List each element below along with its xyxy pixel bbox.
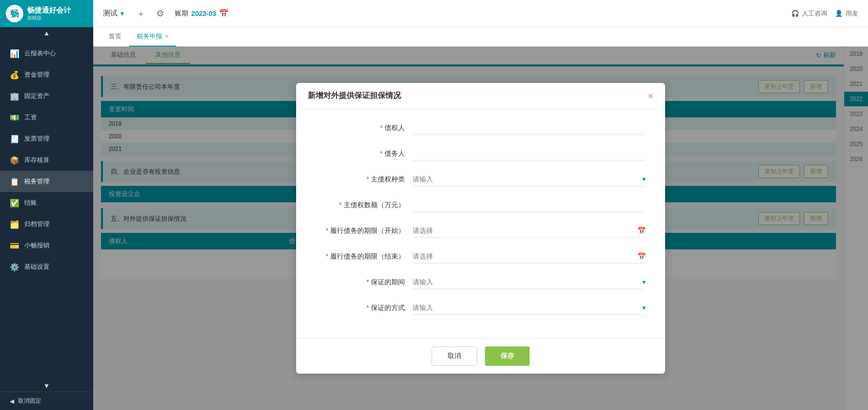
guarantee-period-label-text: 保证的期间 — [371, 278, 405, 286]
add-button[interactable]: ＋ — [134, 7, 148, 20]
period-selector: 账期 2023-03 📅 — [175, 9, 229, 18]
expense-icon: 💳 — [10, 241, 19, 250]
label-period-end: * 履行债务的期限（结束） — [316, 252, 413, 261]
creditor-label-text: 债权人 — [384, 124, 405, 131]
debt-type-input[interactable] — [413, 175, 642, 183]
headset-icon: 🎧 — [791, 10, 799, 17]
tab-shuiwu[interactable]: 税务申报 × — [129, 27, 176, 47]
sidebar: 畅 畅捷通好会计 旗舰版 ▲ 📊 云报表中心 💰 资金管理 🏢 固定资产 💵 — [0, 0, 93, 410]
required-mark: * — [380, 124, 383, 131]
sidebar-item-kucun[interactable]: 📦 库存核算 — [0, 149, 93, 171]
period-start-input[interactable] — [413, 227, 637, 234]
building-icon: 🏢 — [10, 91, 19, 101]
chevron-down-icon[interactable]: ▾ — [642, 304, 646, 312]
save-button[interactable]: 保存 — [485, 346, 530, 366]
period-end-input[interactable] — [413, 252, 637, 260]
modal-body[interactable]: * 债权人 * 债务人 — [296, 109, 665, 338]
label-guarantee-method: * 保证的方式 — [316, 304, 413, 312]
sidebar-item-label: 小畅报销 — [24, 241, 50, 250]
form-row-period-end: * 履行债务的期限（结束） 📅 — [316, 249, 646, 263]
modal-title: 新增对外提供保证担保情况 — [308, 91, 401, 101]
guarantee-method-label-text: 保证的方式 — [371, 304, 405, 312]
sidebar-item-jichushezhi[interactable]: ⚙️ 基础设置 — [0, 256, 93, 278]
sidebar-scroll-up[interactable]: ▲ — [0, 27, 93, 39]
calendar-icon[interactable]: 📅 — [219, 9, 229, 18]
period-value: 2023-03 — [191, 10, 216, 17]
wage-icon: 💵 — [10, 113, 19, 122]
tab-bar: 首页 税务申报 × — [93, 27, 868, 47]
debtor-label-text: 债务人 — [384, 149, 405, 157]
guarantee-method-select[interactable]: ▾ — [413, 301, 646, 315]
sidebar-item-gudingzichan[interactable]: 🏢 固定资产 — [0, 85, 93, 107]
form-row-creditor: * 债权人 — [316, 121, 646, 135]
sidebar-item-zijin[interactable]: 💰 资金管理 — [0, 64, 93, 85]
cancel-pin-label: 取消固定 — [18, 397, 41, 405]
sidebar-item-gongzi[interactable]: 💵 工资 — [0, 107, 93, 128]
app-subtitle: 旗舰版 — [27, 15, 71, 21]
period-end-label-text: 履行债务的期限（结束） — [330, 252, 405, 260]
main-area: 测试 ▾ ＋ ⚙ 账期 2023-03 📅 🎧 人工咨询 👤 用友 — [93, 0, 868, 410]
label-debt-amount: * 主债权数额（万元） — [316, 201, 413, 210]
settings-button[interactable]: ⚙ — [153, 7, 167, 20]
cancel-button[interactable]: 取消 — [432, 346, 477, 366]
sidebar-item-label: 资金管理 — [24, 70, 50, 79]
support-button[interactable]: 🎧 人工咨询 — [791, 9, 827, 18]
check-icon: ✅ — [10, 198, 19, 208]
sidebar-scroll-down[interactable]: ▼ — [0, 380, 93, 392]
modal: 新增对外提供保证担保情况 × * 债权人 — [296, 83, 665, 374]
user-button[interactable]: 👤 用友 — [835, 9, 858, 18]
guarantee-period-select[interactable]: ▾ — [413, 275, 646, 289]
period-start-label-text: 履行债务的期限（开始） — [330, 227, 405, 234]
label-debt-type: * 主债权种类 — [316, 175, 413, 184]
chevron-down-icon[interactable]: ▾ — [642, 278, 646, 286]
debt-amount-input[interactable] — [413, 198, 646, 212]
company-selector[interactable]: 测试 ▾ — [103, 9, 124, 18]
chevron-down-icon[interactable]: ▾ — [120, 9, 124, 18]
label-period-start: * 履行债务的期限（开始） — [316, 227, 413, 235]
inventory-icon: 📦 — [10, 155, 19, 165]
sidebar-header: 畅 畅捷通好会计 旗舰版 — [0, 0, 93, 27]
sidebar-item-fapiao[interactable]: 🧾 发票管理 — [0, 128, 93, 149]
tax-icon: 📋 — [10, 177, 19, 186]
content-area: 基础信息 其他信息 ↻ 刷新 — [93, 47, 868, 410]
debt-type-select[interactable]: ▾ — [413, 172, 646, 186]
sidebar-item-label: 云报表中心 — [24, 49, 56, 58]
label-creditor: * 债权人 — [316, 124, 413, 132]
sidebar-item-shuiwu[interactable]: 📋 税务管理 — [0, 171, 93, 192]
app-logo: 畅 — [6, 5, 23, 22]
topbar: 测试 ▾ ＋ ⚙ 账期 2023-03 📅 🎧 人工咨询 👤 用友 — [93, 0, 868, 27]
guarantee-method-input[interactable] — [413, 304, 642, 312]
sidebar-item-guidang[interactable]: 🗂️ 归档管理 — [0, 213, 93, 235]
topbar-actions: ＋ ⚙ — [134, 7, 167, 20]
debtor-input[interactable] — [413, 147, 646, 161]
sidebar-cancel-pin[interactable]: ◀ 取消固定 — [0, 392, 93, 410]
sidebar-item-label: 归档管理 — [24, 220, 50, 229]
label-guarantee-period: * 保证的期间 — [316, 278, 413, 287]
required-mark: * — [326, 252, 328, 260]
user-icon: 👤 — [835, 10, 843, 17]
tab-home[interactable]: 首页 — [101, 27, 129, 47]
period-start-date[interactable]: 📅 — [413, 224, 646, 238]
debt-amount-label-text: 主债权数额（万元） — [344, 201, 405, 209]
sidebar-nav: 📊 云报表中心 💰 资金管理 🏢 固定资产 💵 工资 🧾 发票管理 📦 — [0, 39, 93, 380]
modal-close-button[interactable]: × — [648, 91, 653, 101]
chevron-down-icon[interactable]: ▾ — [642, 175, 646, 183]
sidebar-item-label: 基础设置 — [24, 262, 50, 271]
modal-header: 新增对外提供保证担保情况 × — [296, 83, 665, 109]
calendar-start-icon[interactable]: 📅 — [637, 227, 646, 234]
sidebar-item-yunbaobiao[interactable]: 📊 云报表中心 — [0, 43, 93, 64]
tab-close-icon[interactable]: × — [165, 33, 168, 40]
archive-icon: 🗂️ — [10, 219, 19, 229]
guarantee-period-input[interactable] — [413, 278, 642, 286]
creditor-input[interactable] — [413, 121, 646, 135]
topbar-right: 🎧 人工咨询 👤 用友 — [791, 9, 858, 18]
money-icon: 💰 — [10, 70, 19, 80]
debt-type-label-text: 主债权种类 — [371, 175, 405, 183]
sidebar-item-jiezhang[interactable]: ✅ 结账 — [0, 192, 93, 213]
period-end-date[interactable]: 📅 — [413, 249, 646, 263]
user-label: 用友 — [846, 9, 858, 18]
calendar-end-icon[interactable]: 📅 — [637, 252, 646, 260]
sidebar-item-label: 税务管理 — [24, 177, 50, 186]
modal-overlay: 新增对外提供保证担保情况 × * 债权人 — [93, 47, 868, 410]
sidebar-item-xiaochang[interactable]: 💳 小畅报销 — [0, 235, 93, 256]
